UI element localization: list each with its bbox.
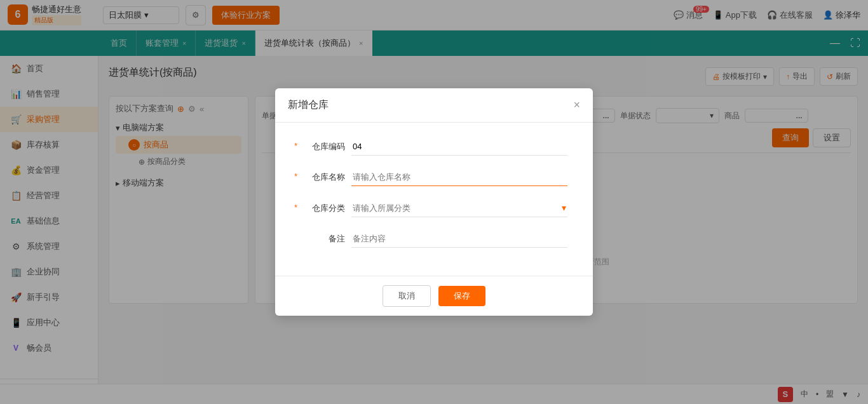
modal-footer: 取消 保存: [275, 276, 593, 316]
save-button[interactable]: 保存: [438, 286, 485, 306]
code-input[interactable]: [351, 138, 567, 156]
modal-overlay[interactable]: 新增仓库 × 仓库编码 仓库名称 仓库分类 ▾: [0, 0, 868, 404]
name-input[interactable]: [351, 168, 567, 186]
form-row-code: 仓库编码: [301, 138, 567, 156]
modal-title: 新增仓库: [288, 98, 329, 112]
category-input[interactable]: [353, 203, 562, 213]
name-label: 仓库名称: [301, 172, 345, 183]
cancel-button[interactable]: 取消: [383, 285, 431, 307]
modal-add-warehouse: 新增仓库 × 仓库编码 仓库名称 仓库分类 ▾: [275, 88, 593, 316]
remark-input[interactable]: [351, 230, 567, 248]
category-label: 仓库分类: [301, 203, 345, 214]
category-select[interactable]: ▾: [351, 199, 567, 217]
form-row-remark: 备注: [301, 230, 567, 248]
form-row-category: 仓库分类 ▾: [301, 199, 567, 217]
category-dropdown-arrow: ▾: [562, 203, 566, 213]
form-row-name: 仓库名称: [301, 168, 567, 186]
modal-header: 新增仓库 ×: [275, 88, 593, 123]
remark-label: 备注: [301, 233, 345, 245]
code-label: 仓库编码: [301, 141, 345, 152]
modal-close-icon[interactable]: ×: [573, 98, 580, 112]
modal-body: 仓库编码 仓库名称 仓库分类 ▾ 备注: [275, 123, 593, 276]
